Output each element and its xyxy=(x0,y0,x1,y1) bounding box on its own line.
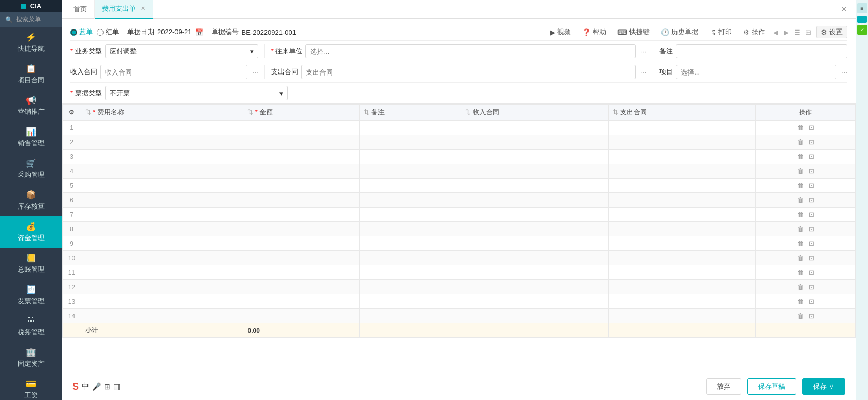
income-contract-input[interactable] xyxy=(100,65,247,79)
row-delete-btn[interactable]: 🗑 xyxy=(796,210,805,219)
row-copy-btn[interactable]: ⊡ xyxy=(807,297,816,306)
row-copy-btn[interactable]: ⊡ xyxy=(807,239,816,248)
row-expense-name[interactable] xyxy=(81,150,243,164)
right-panel-btn-1[interactable]: ≡ xyxy=(857,3,867,13)
row-expense-contract[interactable] xyxy=(608,164,756,179)
row-delete-btn[interactable]: 🗑 xyxy=(796,283,805,291)
sidebar-item-sales[interactable]: 📊 销售管理 xyxy=(0,122,62,153)
row-remark[interactable] xyxy=(360,251,461,265)
row-copy-btn[interactable]: ⊡ xyxy=(807,210,816,219)
row-copy-btn[interactable]: ⊡ xyxy=(807,196,816,204)
row-income-contract[interactable] xyxy=(461,164,608,179)
row-delete-btn[interactable]: 🗑 xyxy=(796,297,805,306)
row-remark[interactable] xyxy=(360,164,461,179)
row-copy-btn[interactable]: ⊡ xyxy=(807,152,816,161)
row-copy-btn[interactable]: ⊡ xyxy=(807,283,816,291)
business-type-select[interactable]: 应付调整 ▾ xyxy=(105,44,258,58)
col-expense-contract-sort-icon[interactable]: ⇅ xyxy=(613,108,619,116)
row-income-contract[interactable] xyxy=(461,309,608,323)
col-config[interactable]: ⚙ xyxy=(63,105,81,121)
sidebar-item-tax[interactable]: 🏛 税务管理 xyxy=(0,311,62,342)
row-income-contract[interactable] xyxy=(461,193,608,208)
history-btn[interactable]: 🕐 历史单据 xyxy=(658,26,701,38)
row-expense-contract[interactable] xyxy=(608,265,756,280)
discard-button[interactable]: 放弃 xyxy=(706,378,741,395)
save-draft-button[interactable]: 保存草稿 xyxy=(747,378,796,395)
sidebar-search[interactable]: 🔍 搜索菜单 xyxy=(0,12,62,27)
row-delete-btn[interactable]: 🗑 xyxy=(796,268,805,277)
row-income-contract[interactable] xyxy=(461,265,608,280)
row-expense-contract[interactable] xyxy=(608,121,756,135)
list-view-icon[interactable]: ☰ xyxy=(794,28,800,36)
row-amount[interactable] xyxy=(243,135,360,150)
row-expense-name[interactable] xyxy=(81,193,243,208)
nav-right-icon[interactable]: ▶ xyxy=(784,28,789,36)
row-expense-contract[interactable] xyxy=(608,150,756,164)
col-remark-sort-icon[interactable]: ⇅ xyxy=(364,108,370,116)
tab-close-icon[interactable]: ✕ xyxy=(141,5,145,12)
nav-left-icon[interactable]: ◀ xyxy=(773,28,778,36)
tab-home[interactable]: 首页 xyxy=(66,0,95,19)
partner-input[interactable] xyxy=(305,44,636,58)
attachment-btn[interactable]: 附件 xyxy=(857,16,867,23)
row-delete-btn[interactable]: 🗑 xyxy=(796,167,805,175)
row-remark[interactable] xyxy=(360,121,461,135)
remark-input[interactable] xyxy=(676,44,847,58)
row-remark[interactable] xyxy=(360,280,461,294)
row-expense-name[interactable] xyxy=(81,294,243,309)
right-panel-green-btn[interactable]: ✓ xyxy=(857,25,867,35)
row-expense-contract[interactable] xyxy=(608,193,756,208)
row-expense-contract[interactable] xyxy=(608,208,756,222)
row-income-contract[interactable] xyxy=(461,150,608,164)
row-delete-btn[interactable]: 🗑 xyxy=(796,152,805,161)
row-delete-btn[interactable]: 🗑 xyxy=(796,239,805,248)
row-copy-btn[interactable]: ⊡ xyxy=(807,254,816,262)
row-remark[interactable] xyxy=(360,135,461,150)
grid-view-icon[interactable]: ⊞ xyxy=(805,28,811,36)
row-expense-contract[interactable] xyxy=(608,251,756,265)
help-btn[interactable]: ❓ 帮助 xyxy=(579,26,609,38)
row-income-contract[interactable] xyxy=(461,294,608,309)
partner-more-btn[interactable]: ··· xyxy=(641,48,646,55)
row-amount[interactable] xyxy=(243,251,360,265)
row-expense-contract[interactable] xyxy=(608,179,756,193)
sidebar-item-salary[interactable]: 💳 工资 xyxy=(0,374,62,400)
row-amount[interactable] xyxy=(243,294,360,309)
row-amount[interactable] xyxy=(243,179,360,193)
row-copy-btn[interactable]: ⊡ xyxy=(807,225,816,233)
row-delete-btn[interactable]: 🗑 xyxy=(796,196,805,204)
row-amount[interactable] xyxy=(243,208,360,222)
invoice-type-select[interactable]: 不开票 ▾ xyxy=(105,86,288,100)
row-income-contract[interactable] xyxy=(461,251,608,265)
row-remark[interactable] xyxy=(360,193,461,208)
row-remark[interactable] xyxy=(360,222,461,236)
row-expense-name[interactable] xyxy=(81,309,243,323)
shortcut-btn[interactable]: ⌨ 快捷键 xyxy=(614,26,653,38)
row-expense-name[interactable] xyxy=(81,121,243,135)
tab-expense[interactable]: 费用支出单 ✕ xyxy=(95,0,153,19)
row-expense-name[interactable] xyxy=(81,265,243,280)
row-income-contract[interactable] xyxy=(461,208,608,222)
col-amount-sort-icon[interactable]: ⇅ xyxy=(247,108,253,116)
minimize-icon[interactable]: — xyxy=(829,5,836,14)
row-expense-contract[interactable] xyxy=(608,135,756,150)
sidebar-item-quick-nav[interactable]: ⚡ 快捷导航 xyxy=(0,27,62,58)
row-expense-name[interactable] xyxy=(81,164,243,179)
income-contract-more-btn[interactable]: ··· xyxy=(253,68,258,76)
row-delete-btn[interactable]: 🗑 xyxy=(796,138,805,146)
row-expense-contract[interactable] xyxy=(608,280,756,294)
row-amount[interactable] xyxy=(243,121,360,135)
row-remark[interactable] xyxy=(360,208,461,222)
row-remark[interactable] xyxy=(360,236,461,251)
print-btn[interactable]: 🖨 打印 xyxy=(707,26,735,38)
row-remark[interactable] xyxy=(360,309,461,323)
col-income-contract-sort-icon[interactable]: ⇅ xyxy=(465,108,471,116)
row-amount[interactable] xyxy=(243,193,360,208)
close-window-icon[interactable]: ✕ xyxy=(841,5,847,14)
row-expense-name[interactable] xyxy=(81,222,243,236)
row-remark[interactable] xyxy=(360,150,461,164)
row-income-contract[interactable] xyxy=(461,121,608,135)
row-income-contract[interactable] xyxy=(461,236,608,251)
red-bill-radio[interactable]: 红单 xyxy=(97,27,119,37)
save-button[interactable]: 保存 ∨ xyxy=(802,378,845,395)
